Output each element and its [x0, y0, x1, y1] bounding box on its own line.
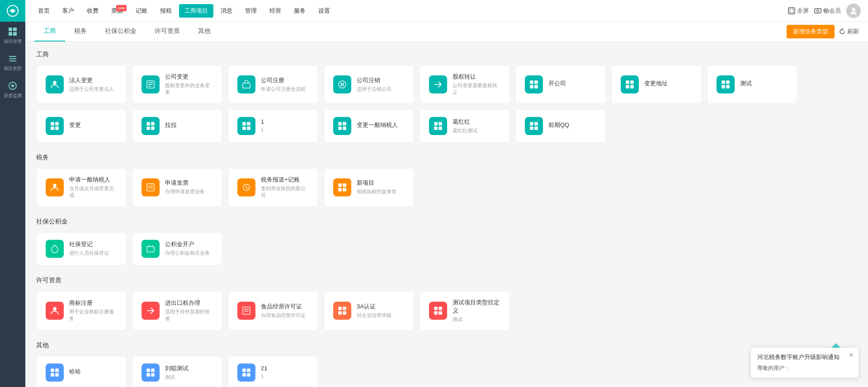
section-title-shebao-section: 社保公积金: [36, 218, 857, 226]
svg-rect-34: [726, 85, 730, 89]
card-s1[interactable]: 社保登记进行人员社保登记: [36, 232, 127, 266]
sidebar-item-progress-monitor[interactable]: 进度监测: [0, 76, 25, 103]
card-x1[interactable]: 商标注册用于企业商标注册服务: [36, 291, 127, 331]
card-desc-x4: 对企业信誉评级: [357, 312, 392, 319]
card-x2[interactable]: 进出口权办理适用于对外贸易经营者: [132, 291, 222, 331]
card-c3[interactable]: 公司注册申请公司注册全流程: [228, 65, 318, 104]
svg-rect-60: [147, 184, 154, 191]
card-o1[interactable]: 哈哈: [36, 356, 127, 387]
nav-biz[interactable]: 工商项目: [179, 4, 213, 18]
progress-monitor-icon: [7, 80, 18, 91]
new-type-btn[interactable]: 新增业务类型: [787, 25, 835, 38]
card-t4[interactable]: 新项目报税加税控盘保管: [324, 168, 414, 207]
refresh-btn[interactable]: 刷新: [839, 28, 859, 36]
nav-operate[interactable]: 经营: [264, 4, 287, 18]
card-o2[interactable]: 刘聪测试测试: [132, 356, 222, 387]
card-x5[interactable]: 测试项目类型目定义测试: [420, 291, 510, 331]
card-c13[interactable]: 葛红红葛红红测试: [420, 109, 510, 143]
card-t2[interactable]: 申请发票办理申请发票业务: [132, 168, 222, 207]
section-title-gongshang-section: 工商: [36, 51, 857, 59]
nav-client[interactable]: 客户: [57, 4, 80, 18]
card-x4[interactable]: 3A认证对企业信誉评级: [324, 291, 414, 331]
svg-point-9: [11, 84, 14, 87]
user-avatar[interactable]: [846, 4, 861, 18]
tab-other[interactable]: 其他: [189, 22, 220, 42]
card-c7[interactable]: 变更地址: [611, 65, 702, 104]
svg-rect-46: [247, 126, 250, 130]
card-info-s1: 社保登记进行人员社保登记: [69, 240, 109, 256]
card-c8[interactable]: 测试: [707, 65, 797, 104]
card-c1[interactable]: 法人变更适用于公司变更法人: [36, 65, 127, 104]
tab-gongshang[interactable]: 工商: [34, 22, 65, 42]
card-title-t3: 税务报道+记账: [261, 176, 309, 184]
svg-rect-28: [630, 80, 634, 84]
card-title-x2: 进出口权办理: [165, 299, 213, 307]
card-c6[interactable]: 开公司: [515, 65, 606, 104]
card-o3[interactable]: 211: [228, 356, 318, 387]
card-info-x1: 商标注册用于企业商标注册服务: [69, 299, 117, 322]
nav-ticket[interactable]: 票据 new: [106, 4, 128, 18]
card-t1[interactable]: 申请一般纳税人当月或次月成变更完成: [36, 168, 127, 207]
card-icon-c9: [46, 117, 64, 135]
card-c10[interactable]: 拉拉: [132, 109, 222, 143]
sidebar-item-project-manage[interactable]: 项目管理: [0, 22, 25, 49]
svg-rect-49: [338, 126, 342, 130]
svg-rect-6: [9, 58, 16, 59]
card-icon-c1: [46, 75, 64, 93]
card-info-c7: 变更地址: [644, 79, 668, 89]
card-info-x5: 测试项目类型目定义测试: [453, 298, 500, 323]
nav-tax[interactable]: 报税: [155, 4, 177, 18]
svg-rect-58: [534, 126, 538, 130]
card-c11[interactable]: 11: [228, 109, 318, 143]
card-c5[interactable]: 股权转让公司变更需要股权转让: [420, 65, 510, 104]
card-info-c2: 公司变更股权变更外的业务变更: [165, 73, 213, 96]
card-icon-c8: [717, 75, 735, 93]
nav-account[interactable]: 记账: [130, 4, 153, 18]
card-c4[interactable]: 公司注销适用于注销公司: [324, 65, 414, 104]
card-title-c12: 变更一般纳税人: [357, 121, 398, 129]
tab-xuke[interactable]: 许可资质: [146, 22, 189, 42]
nav-service[interactable]: 服务: [288, 4, 311, 18]
card-info-c3: 公司注册申请公司注册全流程: [261, 76, 306, 93]
card-c14[interactable]: 前期QQ: [515, 109, 606, 143]
card-title-x3: 食品经营许可证: [261, 303, 306, 311]
card-info-x3: 食品经营许可证办理食品经营许可证: [261, 303, 306, 319]
card-title-c5: 股权转让: [453, 73, 500, 81]
card-title-o1: 哈哈: [69, 368, 81, 376]
member-btn[interactable]: 畅会员: [814, 7, 841, 15]
fullscreen-label: 全屏: [797, 7, 809, 15]
nav-manage[interactable]: 管理: [240, 4, 262, 18]
card-c2[interactable]: 公司变更股权变更外的业务变更: [132, 65, 222, 104]
nav-settings[interactable]: 设置: [313, 4, 335, 18]
cards-grid-shebao-section: 社保登记进行人员社保登记公积金开户办理公积金相关业务: [36, 232, 857, 266]
svg-rect-7: [9, 61, 16, 61]
sidebar-item-project-type[interactable]: 项目类型: [0, 49, 25, 76]
svg-rect-78: [343, 311, 346, 315]
svg-rect-48: [343, 122, 346, 126]
card-c9[interactable]: 变更: [36, 109, 127, 143]
card-icon-c5: [429, 75, 447, 93]
card-desc-s1: 进行人员社保登记: [69, 250, 109, 256]
nav-home[interactable]: 首页: [33, 4, 55, 18]
card-title-c7: 变更地址: [644, 79, 668, 88]
fullscreen-btn[interactable]: 全屏: [788, 7, 809, 15]
tab-shebao[interactable]: 社保公积金: [96, 22, 146, 42]
section-other-section: 其他 哈哈 刘聪测试测试 211: [36, 341, 857, 387]
card-s2[interactable]: 公积金开户办理公积金相关业务: [132, 232, 222, 266]
card-info-c1: 法人变更适用于公司变更法人: [69, 76, 114, 93]
nav-billing[interactable]: 收费: [81, 4, 104, 18]
card-info-o3: 211: [261, 365, 267, 380]
card-t3[interactable]: 税务报道+记账拿到营业执照的新公司: [228, 168, 318, 207]
project-manage-icon: [7, 26, 18, 37]
tab-shuiwu[interactable]: 税务: [65, 22, 96, 42]
card-c12[interactable]: 变更一般纳税人: [324, 109, 414, 143]
svg-rect-42: [151, 126, 155, 130]
section-gongshang-section: 工商法人变更适用于公司变更法人公司变更股权变更外的业务变更公司注册申请公司注册全…: [36, 51, 857, 143]
card-title-t4: 新项目: [357, 179, 396, 187]
notification-close[interactable]: ✕: [849, 351, 854, 359]
svg-rect-66: [338, 188, 342, 191]
svg-rect-53: [434, 126, 438, 130]
svg-rect-67: [343, 188, 346, 191]
card-x3[interactable]: 食品经营许可证办理食品经营许可证: [228, 291, 318, 331]
nav-message[interactable]: 消息: [215, 4, 238, 18]
